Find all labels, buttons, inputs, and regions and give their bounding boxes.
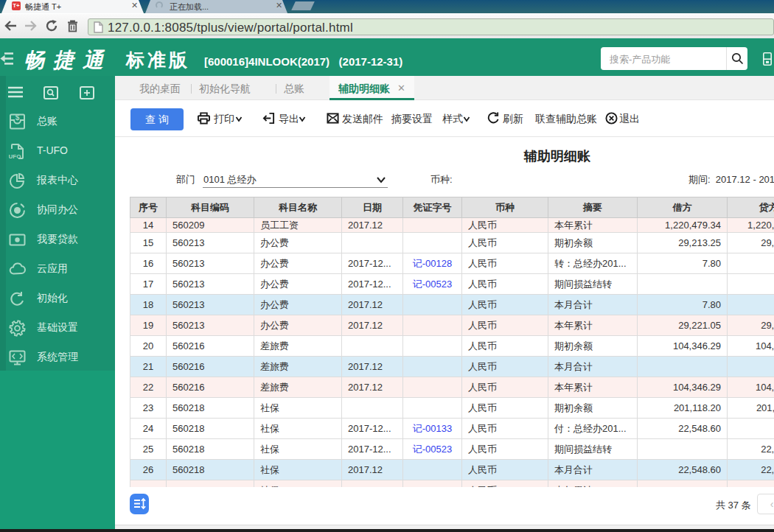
svg-text:UFO: UFO xyxy=(9,153,21,160)
svg-text:$: $ xyxy=(15,113,20,122)
